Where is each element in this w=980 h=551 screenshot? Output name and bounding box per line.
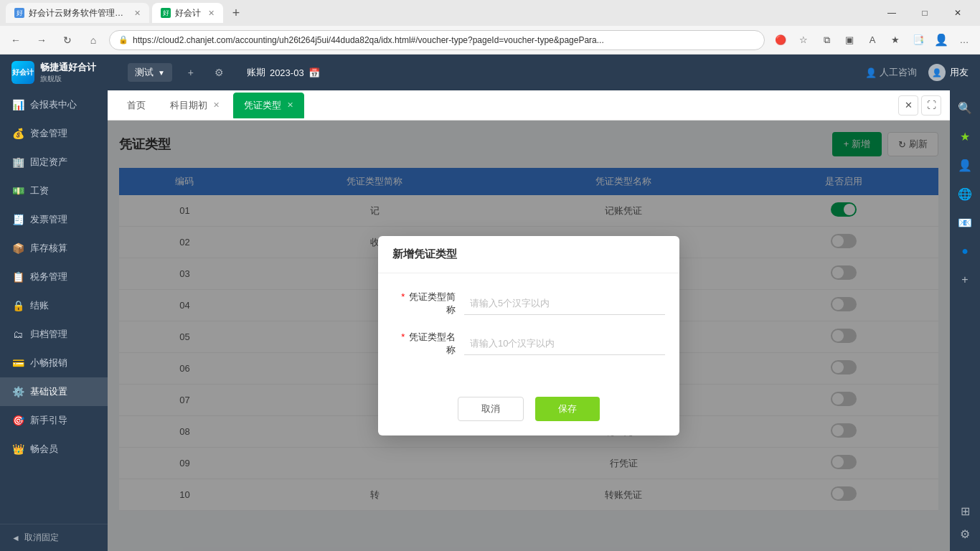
dropdown-icon: ▼ — [158, 69, 165, 77]
tab-subject-label: 科目期初 — [170, 99, 207, 112]
sidebar-label-settings: 基础设置 — [30, 385, 67, 398]
abbr-label: * 凭证类型简称 — [392, 291, 464, 316]
required-star: * — [401, 291, 405, 302]
close-button[interactable]: ✕ — [941, 0, 974, 26]
extensions-btn[interactable]: 🔴 — [771, 30, 791, 50]
tab-voucher-type[interactable]: 凭证类型 ✕ — [233, 93, 304, 118]
period-label: 账期 — [247, 66, 265, 79]
sidebar-item-tax[interactable]: 📋 税务管理 — [0, 263, 108, 291]
sidebar-item-payroll[interactable]: 💵 工资 — [0, 176, 108, 205]
company-name: 测试 — [135, 66, 154, 79]
sidebar-item-expense[interactable]: 💳 小畅报销 — [0, 349, 108, 377]
funds-icon: 💰 — [11, 127, 24, 140]
rp-add[interactable]: + — [953, 268, 976, 291]
page-content: 凭证类型 + 新增 ↻ 刷新 编码 凭证类型简称 凭证 — [108, 121, 950, 551]
add-company-btn[interactable]: + — [181, 62, 201, 83]
name-row: * 凭证类型名称 — [392, 331, 665, 357]
back-button[interactable]: ← — [6, 30, 26, 50]
help-button[interactable]: 👤 人工咨询 — [865, 66, 917, 79]
name-label: * 凭证类型名称 — [392, 331, 464, 357]
content-tab-bar: 首页 科目期初 ✕ 凭证类型 ✕ ✕ ⛶ — [108, 90, 950, 121]
tab1-favicon: 好 — [14, 8, 24, 18]
tab-subject[interactable]: 科目期初 ✕ — [159, 93, 230, 118]
sidebar-label-archive: 归档管理 — [30, 328, 67, 341]
inventory-icon: 📦 — [11, 242, 24, 255]
sidebar-item-member[interactable]: 👑 畅会员 — [0, 435, 108, 463]
sidebar-label-payroll: 工资 — [30, 184, 49, 197]
font-btn[interactable]: A — [862, 30, 882, 50]
company-selector[interactable]: 测试 ▼ — [128, 63, 172, 82]
rp-star[interactable]: ★ — [953, 125, 976, 148]
rp-user[interactable]: 👤 — [953, 154, 976, 176]
home-button[interactable]: ⌂ — [83, 30, 103, 50]
sidebar-item-close[interactable]: 🔒 结账 — [0, 291, 108, 320]
browser-tab-bar: 好 好会计云财务软件管理系统_会计 ✕ 好 好会计 ✕ + — □ ✕ — [0, 0, 980, 26]
cancel-button[interactable]: 取消 — [458, 397, 524, 421]
user-label: 用友 — [950, 66, 969, 79]
save-button[interactable]: 保存 — [535, 397, 600, 421]
more-btn[interactable]: … — [954, 30, 974, 50]
browser-tab-1[interactable]: 好 好会计云财务软件管理系统_会计 ✕ — [6, 3, 149, 23]
required-star2: * — [401, 331, 405, 342]
sidebar-item-settings[interactable]: ⚙️ 基础设置 — [0, 377, 108, 406]
sidebar-item-funds[interactable]: 💰 资金管理 — [0, 119, 108, 148]
split-btn[interactable]: ▣ — [839, 30, 859, 50]
tab-subject-close[interactable]: ✕ — [213, 100, 220, 110]
sidebar-item-guide[interactable]: 🎯 新手引导 — [0, 406, 108, 435]
bookmark-btn[interactable]: ☆ — [793, 30, 814, 50]
topbar-right: 👤 人工咨询 👤 用友 — [865, 64, 969, 81]
minimize-button[interactable]: — — [875, 0, 908, 26]
modal-title: 新增凭证类型 — [392, 248, 457, 261]
unpin-icon: ◄ — [11, 533, 20, 543]
logo-text: 畅捷通好合计 — [40, 61, 96, 74]
forward-button[interactable]: → — [32, 30, 52, 50]
tab2-close[interactable]: ✕ — [208, 9, 215, 18]
expense-icon: 💳 — [11, 357, 24, 369]
user-area[interactable]: 👤 用友 — [928, 64, 969, 81]
sidebar-label-expense: 小畅报销 — [30, 357, 67, 369]
rp-bottom: ⊞ ⚙ — [953, 499, 976, 545]
reload-button[interactable]: ↻ — [57, 30, 77, 50]
sidebar-item-invoice[interactable]: 🧾 发票管理 — [0, 205, 108, 234]
logo-icon: 好会计 — [11, 61, 34, 84]
logo-text-area: 畅捷通好合计 旗舰版 — [40, 61, 96, 84]
rp-globe[interactable]: 🌐 — [953, 182, 976, 205]
fixed-assets-icon: 🏢 — [11, 156, 24, 169]
period-icon: 📅 — [308, 67, 320, 78]
tab-home[interactable]: 首页 — [116, 93, 156, 118]
rp-grid[interactable]: ⊞ — [953, 499, 976, 522]
abbr-input[interactable] — [464, 292, 665, 315]
modal-overlay: 新增凭证类型 * 凭证类型简称 — [108, 121, 950, 551]
browser-tab-2[interactable]: 好 好会计 ✕ — [152, 3, 223, 23]
new-tab-button[interactable]: + — [226, 3, 246, 23]
sidebar-item-reports[interactable]: 📊 会报表中心 — [0, 90, 108, 119]
window-controls: — □ ✕ — [875, 0, 974, 26]
url-bar[interactable]: 🔒 https://cloud2.chanjet.com/accounting/… — [109, 30, 765, 50]
tab-search-btn[interactable]: ⧉ — [816, 30, 837, 50]
browser-actions: 🔴 ☆ ⧉ ▣ A ★ 📑 👤 … — [771, 30, 974, 50]
tab-voucher-type-close[interactable]: ✕ — [287, 100, 293, 110]
member-icon: 👑 — [11, 443, 24, 456]
tab1-close[interactable]: ✕ — [134, 9, 141, 18]
guide-icon: 🎯 — [11, 414, 24, 427]
sidebar-item-fixed-assets[interactable]: 🏢 固定资产 — [0, 148, 108, 176]
sidebar-item-inventory[interactable]: 📦 库存核算 — [0, 234, 108, 263]
close-tab-btn[interactable]: ✕ — [898, 95, 918, 116]
user-avatar: 👤 — [928, 64, 946, 81]
rp-search[interactable]: 🔍 — [953, 96, 976, 119]
settings-icon: ⚙️ — [11, 385, 24, 398]
sidebar-label-funds: 资金管理 — [30, 127, 67, 140]
maximize-tab-btn[interactable]: ⛶ — [921, 95, 941, 116]
rp-mail[interactable]: 📧 — [953, 211, 976, 234]
name-input[interactable] — [464, 332, 665, 355]
rp-circle[interactable]: ● — [953, 240, 976, 263]
maximize-button[interactable]: □ — [908, 0, 941, 26]
sidebar-item-archive[interactable]: 🗂 归档管理 — [0, 320, 108, 349]
main-layout: 📊 会报表中心 💰 资金管理 🏢 固定资产 💵 工资 🧾 发票管理 📦 — [0, 90, 980, 551]
settings-icon[interactable]: ⚙ — [209, 62, 230, 83]
sidebar-bottom-btn[interactable]: ◄ 取消固定 — [0, 524, 108, 551]
collections-btn[interactable]: 📑 — [908, 30, 928, 50]
favorites-btn[interactable]: ★ — [885, 30, 905, 50]
profile-btn[interactable]: 👤 — [931, 30, 951, 50]
rp-settings[interactable]: ⚙ — [953, 522, 976, 545]
